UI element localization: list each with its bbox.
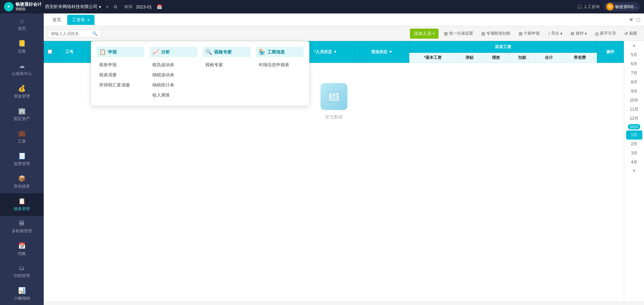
app-name: 畅捷通好会计 [15, 2, 42, 7]
cloud-icon: ☁ [19, 62, 25, 70]
popup-section-expert: 🔍 税检专家 税检专家 [203, 47, 251, 100]
export-btn[interactable]: ↑ 导出 ▾ [545, 29, 565, 38]
window-close-button[interactable]: ✕ [629, 16, 633, 23]
report-icon: 📊 [18, 287, 26, 294]
logo-area: ✦ 畅捷通好会计 旗舰版 [4, 2, 42, 11]
operate-icon: ⚙ [570, 31, 575, 36]
period-label: 账期 [124, 4, 132, 10]
guide-toolbar-icon: ◎ [595, 31, 599, 36]
tab-bar: 首页 工资表 × ✕ □ [44, 13, 644, 26]
menu-item-annual-report[interactable]: 年报信息申报表 [256, 60, 304, 70]
search-icon: 🔍 [92, 31, 98, 36]
operate-dropdown-icon: ▾ [585, 31, 587, 36]
sidebar: ⌂ 首页 📒 总账 ☁ 云报表中心 💰 资金管理 🏢 固定资产 💼 工资 🧾 发… [0, 13, 44, 305]
menu-item-tax-statistics[interactable]: 纳税统计表 [150, 80, 197, 90]
calendar-up-nav[interactable]: ▲ [631, 41, 638, 49]
calendar-icon[interactable]: 📅 [157, 4, 162, 9]
calendar-down-nav[interactable]: ▼ [631, 167, 638, 175]
svg-point-2 [332, 94, 333, 96]
business-icon: 🏪 [259, 49, 265, 55]
menu-item-tax-fluctuation[interactable]: 纳税波动表 [150, 70, 197, 80]
salary-icon: 💼 [18, 130, 26, 137]
popup-section-header-declaration: 📋 申报 [97, 47, 144, 57]
sidebar-item-settle[interactable]: 📅 结账 [0, 238, 44, 261]
sidebar-item-label: 固定资产 [14, 116, 30, 122]
cal-month-8[interactable]: 8月 [626, 78, 642, 87]
dropdown-popup: 📋 申报 税务申报 税表清册 所得税汇算清缴 📈 分析 税负波动表 纳税波动表 … [91, 41, 309, 106]
sidebar-item-report[interactable]: 📊 小畅报销 [0, 283, 44, 305]
sidebar-item-multi[interactable]: 🏛 多机构管理 [0, 216, 44, 238]
social-insurance-btn[interactable]: ⊞ 统一社保设置 [441, 29, 476, 38]
tab-close-icon[interactable]: × [87, 17, 90, 23]
cal-month-12[interactable]: 12月 [626, 114, 642, 123]
cal-month-9[interactable]: 9月 [626, 87, 642, 96]
tax-icon: 📋 [18, 197, 26, 205]
top-header: ✦ 畅捷通好会计 旗舰版 西安虾米网络科技有限公司 ▾ ＋ ⚙ 账期 2023-… [0, 0, 644, 13]
tax-report-btn[interactable]: ⊞ 个税申报 [516, 29, 542, 38]
sidebar-item-cloud[interactable]: ☁ 云报表中心 [0, 58, 44, 81]
sidebar-item-assets[interactable]: 🏢 固定资产 [0, 103, 44, 126]
home-icon: ⌂ [20, 17, 24, 25]
username: 畅捷通B组... [615, 4, 637, 10]
analysis-title: 分析 [161, 49, 170, 55]
export-dropdown-icon: ▾ [560, 31, 562, 36]
sidebar-item-fund[interactable]: 💰 资金管理 [0, 81, 44, 103]
search-input[interactable] [51, 31, 91, 36]
menu-item-tax-burden[interactable]: 税负波动表 [150, 60, 197, 70]
cal-month-11[interactable]: 11月 [626, 105, 642, 114]
sidebar-item-invoice[interactable]: 🧾 发票管理 [0, 148, 44, 171]
cal-month-6[interactable]: 6月 [626, 60, 642, 69]
add-person-button[interactable]: 添加人员 ▾ [410, 29, 439, 39]
cal-month-7[interactable]: 7月 [626, 69, 642, 78]
menu-item-tax-expert[interactable]: 税检专家 [203, 60, 251, 70]
sidebar-item-label: 税务管理 [14, 206, 30, 212]
company-selector[interactable]: 西安虾米网络科技有限公司 ▾ [45, 4, 101, 10]
menu-item-income-estimate[interactable]: 收入测算 [150, 90, 197, 100]
th-subsidy: 津贴 [456, 53, 483, 63]
th-pension: 养老费 [562, 53, 597, 63]
popup-section-declaration: 📋 申报 税务申报 税表清册 所得税汇算清缴 [97, 47, 144, 100]
operate-btn[interactable]: ⚙ 操作 ▾ [568, 29, 590, 38]
sidebar-item-tax[interactable]: 📋 税务管理 [0, 193, 44, 216]
service-btn[interactable]: 🎧 人工咨询 [577, 4, 600, 10]
add-company-icon[interactable]: ＋ [105, 3, 110, 10]
refresh-btn[interactable]: ↺ 刷新 [621, 29, 640, 38]
sidebar-item-archive[interactable]: 🗂 归档管理 [0, 261, 44, 283]
main-layout: ⌂ 首页 📒 总账 ☁ 云报表中心 💰 资金管理 🏢 固定资产 💼 工资 🧾 发… [0, 13, 644, 305]
sidebar-item-label: 多机构管理 [12, 228, 32, 234]
cal-month-5[interactable]: 5月 [626, 50, 642, 60]
window-maximize-button[interactable]: □ [637, 17, 640, 23]
business-title: 工商信息 [267, 49, 285, 55]
cal-month-4[interactable]: 4月 [626, 158, 642, 167]
sidebar-item-salary[interactable]: 💼 工资 [0, 126, 44, 148]
sidebar-item-inventory[interactable]: 📦 库存核算 [0, 171, 44, 193]
inventory-icon: 📦 [18, 175, 26, 182]
sidebar-item-label: 工资 [18, 139, 26, 144]
deduction-btn[interactable]: ⊞ 专项附加扣除 [479, 29, 513, 38]
select-all-checkbox[interactable] [48, 49, 52, 54]
settings-icon[interactable]: ⚙ [113, 4, 118, 9]
th-performance: 绩效 [483, 53, 509, 63]
th-basic: *基本工资 [409, 53, 456, 63]
cal-month-1[interactable]: 1月 [626, 130, 642, 140]
add-dropdown-icon: ▾ [433, 32, 434, 35]
cal-month-2[interactable]: 2月 [626, 140, 642, 149]
cal-month-3[interactable]: 3月 [626, 149, 642, 158]
expert-title: 税检专家 [214, 49, 232, 55]
menu-item-tax-register[interactable]: 税表清册 [97, 70, 144, 80]
tab-home[interactable]: 首页 [48, 15, 66, 25]
user-menu[interactable]: 畅 畅捷通B组... [604, 2, 640, 11]
tab-salary-table[interactable]: 工资表 × [67, 15, 94, 25]
guide-btn[interactable]: ◎ 新手引导 [592, 29, 619, 38]
th-deduct: 扣款 [509, 53, 536, 63]
invoice-icon: 🧾 [18, 152, 26, 160]
menu-item-tax-declaration[interactable]: 税务申报 [97, 60, 144, 70]
sidebar-item-ledger[interactable]: 📒 总账 [0, 36, 44, 58]
cal-month-10[interactable]: 10月 [626, 96, 642, 105]
menu-item-income-tax[interactable]: 所得税汇算清缴 [97, 80, 144, 90]
no-data-icon [320, 83, 347, 110]
popup-section-header-analysis: 📈 分析 [150, 47, 197, 57]
logo-icon: ✦ [4, 2, 13, 11]
popup-section-business: 🏪 工商信息 年报信息申报表 [256, 47, 304, 100]
sidebar-item-home[interactable]: ⌂ 首页 [0, 13, 44, 36]
